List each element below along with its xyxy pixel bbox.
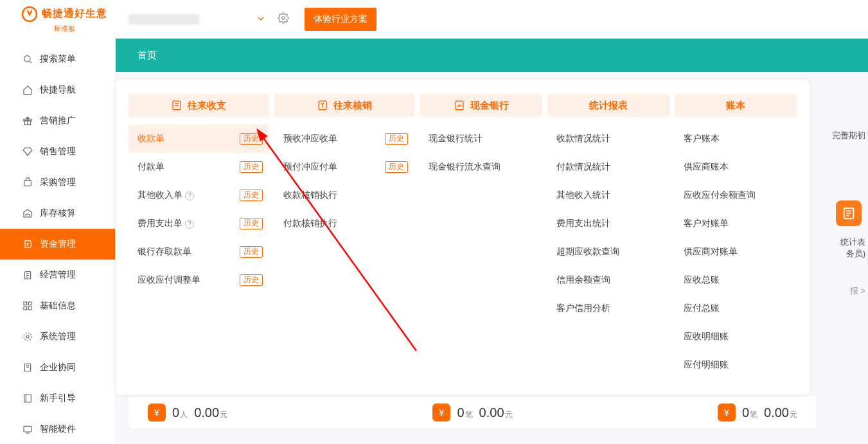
- warehouse-icon: [22, 208, 33, 219]
- mega-col-header: 往来核销: [274, 94, 415, 117]
- kpi-row: ¥ 0人 0.00元 ¥ 0笔 0.00元 ¥ 0笔 0.00元: [128, 396, 817, 429]
- mega-col-writeoff: 往来核销 预收冲应收单历史 预付冲应付单历史 收款核销执行 付款核销执行: [274, 94, 415, 380]
- logo-icon: [21, 6, 38, 22]
- kpi-wallet-icon: ¥: [718, 404, 736, 422]
- history-tag[interactable]: 历史: [240, 161, 263, 173]
- menu-expense-stat[interactable]: 费用支出统计: [547, 209, 669, 238]
- menu-payment[interactable]: 付款单历史: [128, 153, 269, 181]
- sidebar: 搜索菜单 快捷导航 营销推广 销售管理 采购管理 库存核算 资金管理 经营管理 …: [0, 39, 116, 444]
- hint-report-more[interactable]: 报 >: [850, 285, 865, 297]
- right-panel-strip: 完善期初 统计表务员) 报 >: [823, 72, 868, 444]
- svg-point-10: [24, 333, 31, 341]
- funds-mega-menu: 往来收支 收款单历史 付款单历史 其他收入单?历史 费用支出单?历史 银行存取款…: [116, 80, 810, 395]
- svg-point-1: [24, 56, 30, 62]
- menu-cashbank-stat[interactable]: 现金银行统计: [420, 125, 542, 153]
- menu-credit-balance[interactable]: 信用余额查询: [547, 266, 669, 294]
- sidebar-item-collab[interactable]: 企业协同: [0, 352, 115, 383]
- writeoff-icon: [317, 100, 328, 111]
- tab-home[interactable]: 首页: [128, 39, 166, 72]
- org-name-redacted: [128, 14, 199, 24]
- history-tag[interactable]: 历史: [385, 161, 408, 173]
- org-selector[interactable]: [128, 8, 289, 31]
- menu-ap-general[interactable]: 应付总账: [675, 294, 797, 323]
- history-tag[interactable]: 历史: [385, 133, 408, 145]
- hint-stat-table[interactable]: 统计表务员): [840, 236, 865, 260]
- svg-rect-4: [24, 181, 31, 186]
- svg-point-0: [282, 17, 285, 20]
- mega-col-receipts: 往来收支 收款单历史 付款单历史 其他收入单?历史 费用支出单?历史 银行存取款…: [128, 94, 269, 380]
- home-icon: [22, 84, 33, 96]
- menu-customer-credit[interactable]: 客户信用分析: [547, 294, 669, 323]
- help-icon[interactable]: ?: [185, 220, 194, 229]
- menu-ar-general[interactable]: 应收总账: [675, 266, 797, 294]
- logo-wrap: 畅捷通好生意 标准版: [0, 6, 116, 33]
- cart-icon: [22, 177, 33, 188]
- hint-complete-initial[interactable]: 完善期初: [832, 130, 865, 141]
- history-tag[interactable]: 历史: [240, 274, 263, 286]
- menu-customer-ledger[interactable]: 客户账本: [675, 125, 797, 153]
- svg-rect-13: [24, 395, 31, 402]
- diamond-icon: [22, 146, 33, 157]
- float-report-icon[interactable]: [836, 200, 862, 226]
- history-tag[interactable]: 历史: [240, 190, 263, 201]
- menu-ar-ap-adjust[interactable]: 应收应付调整单历史: [128, 266, 269, 294]
- search-icon: [22, 53, 33, 65]
- sidebar-item-hardware[interactable]: 智能硬件: [0, 414, 115, 444]
- kpi-card: ¥ 0笔 0.00元: [718, 404, 797, 422]
- mega-col-ledger: 账本 客户账本 供应商账本 应收应付余额查询 客户对账单 供应商对账单 应收总账…: [675, 94, 797, 380]
- menu-customer-statement[interactable]: 客户对账单: [675, 209, 797, 238]
- sidebar-item-funds[interactable]: 资金管理: [0, 229, 115, 260]
- menu-ar-ap-balance[interactable]: 应收应付余额查询: [675, 181, 797, 209]
- book-icon: [22, 393, 33, 404]
- mega-col-reports: 统计报表 收款情况统计 付款情况统计 其他收入统计 费用支出统计 超期应收款查询…: [547, 94, 669, 380]
- experience-plan-button[interactable]: 体验行业方案: [305, 8, 376, 31]
- sidebar-item-purchase[interactable]: 采购管理: [0, 167, 115, 198]
- sidebar-item-sales[interactable]: 销售管理: [0, 136, 115, 167]
- bank-icon: [454, 100, 465, 111]
- svg-rect-12: [24, 364, 30, 371]
- menu-receipt-stat[interactable]: 收款情况统计: [547, 125, 669, 153]
- menu-receipt[interactable]: 收款单历史: [128, 125, 269, 153]
- receipt-icon: [171, 100, 182, 111]
- mega-col-header: 往来收支: [128, 94, 269, 117]
- mega-col-header: 统计报表: [547, 94, 669, 117]
- kpi-txn-icon: ¥: [432, 404, 450, 422]
- sidebar-item-guide[interactable]: 新手引导: [0, 383, 115, 414]
- menu-other-income-stat[interactable]: 其他收入统计: [547, 181, 669, 209]
- menu-payment-stat[interactable]: 付款情况统计: [547, 153, 669, 181]
- sidebar-item-operation[interactable]: 经营管理: [0, 260, 115, 290]
- menu-supplier-ledger[interactable]: 供应商账本: [675, 153, 797, 181]
- menu-ar-detail[interactable]: 应收明细账: [675, 323, 797, 351]
- menu-other-income[interactable]: 其他收入单?历史: [128, 181, 269, 209]
- menu-bank-transfer[interactable]: 银行存取款单历史: [128, 238, 269, 266]
- brand-edition: 标准版: [54, 24, 75, 33]
- history-tag[interactable]: 历史: [240, 246, 263, 258]
- grid-icon: [22, 300, 33, 312]
- sidebar-item-inventory[interactable]: 库存核算: [0, 198, 115, 229]
- svg-rect-14: [24, 426, 31, 432]
- kpi-card: ¥ 0笔 0.00元: [432, 404, 512, 422]
- sidebar-item-system[interactable]: 系统管理: [0, 321, 115, 352]
- sidebar-item-search[interactable]: 搜索菜单: [0, 44, 115, 75]
- history-tag[interactable]: 历史: [240, 133, 263, 145]
- history-tag[interactable]: 历史: [240, 218, 263, 229]
- gear-icon[interactable]: [278, 12, 289, 26]
- menu-ap-detail[interactable]: 应付明细账: [675, 351, 797, 379]
- menu-supplier-statement[interactable]: 供应商对账单: [675, 238, 797, 266]
- menu-expense[interactable]: 费用支出单?历史: [128, 209, 269, 238]
- menu-cashbank-flow[interactable]: 现金银行流水查询: [420, 153, 542, 181]
- sidebar-item-basic[interactable]: 基础信息: [0, 290, 115, 321]
- kpi-card: ¥ 0人 0.00元: [148, 404, 227, 422]
- menu-advance-payment-offset[interactable]: 预付冲应付单历史: [274, 153, 415, 181]
- sidebar-item-quicknav[interactable]: 快捷导航: [0, 75, 115, 105]
- menu-receipt-writeoff-exec[interactable]: 收款核销执行: [274, 181, 415, 209]
- sidebar-item-marketing[interactable]: 营销推广: [0, 105, 115, 136]
- menu-advance-receipt-offset[interactable]: 预收冲应收单历史: [274, 125, 415, 153]
- menu-payment-writeoff-exec[interactable]: 付款核销执行: [274, 209, 415, 238]
- kpi-people-icon: ¥: [148, 404, 166, 422]
- system-icon: [22, 331, 33, 342]
- menu-overdue-ar[interactable]: 超期应收款查询: [547, 238, 669, 266]
- help-icon[interactable]: ?: [185, 191, 194, 200]
- svg-rect-9: [28, 306, 31, 310]
- clipboard-icon: [22, 269, 33, 281]
